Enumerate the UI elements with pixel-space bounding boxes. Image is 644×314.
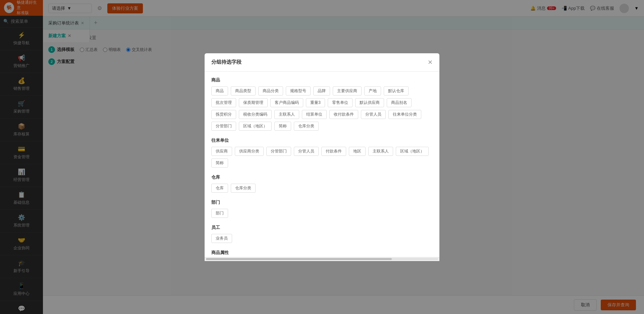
field-tag-区域（地区）[interactable]: 区域（地区） xyxy=(239,122,272,131)
modal-header: 分组待选字段 ✕ xyxy=(205,53,439,72)
field-tag-分管人员[interactable]: 分管人员 xyxy=(294,147,319,156)
field-tag-分管部门[interactable]: 分管部门 xyxy=(211,122,236,131)
modal-horizontal-scrollbar[interactable] xyxy=(205,257,439,261)
field-tag-默认仓库[interactable]: 默认仓库 xyxy=(384,86,409,96)
field-tag-分管人员[interactable]: 分管人员 xyxy=(361,110,386,119)
field-tag-简称[interactable]: 简称 xyxy=(274,122,291,131)
field-tag-区域（地区）[interactable]: 区域（地区） xyxy=(396,147,429,156)
field-grid-department: 部门 xyxy=(211,209,433,218)
field-tag-仓库分类[interactable]: 仓库分类 xyxy=(294,122,319,131)
field-tag-业务员[interactable]: 业务员 xyxy=(211,234,232,243)
field-tag-产地[interactable]: 产地 xyxy=(364,86,381,96)
field-tag-仓库分类[interactable]: 仓库分类 xyxy=(231,184,256,193)
field-tag-地区[interactable]: 地区 xyxy=(349,147,366,156)
field-tag-结算单位[interactable]: 结算单位 xyxy=(302,110,327,119)
section-department: 部门部门 xyxy=(211,199,433,218)
field-grid-employee: 业务员 xyxy=(211,234,433,243)
field-tag-部门[interactable]: 部门 xyxy=(211,209,228,218)
section-title-department: 部门 xyxy=(211,199,433,205)
field-tag-重量3[interactable]: 重量3 xyxy=(306,98,325,107)
field-tag-默认供应商[interactable]: 默认供应商 xyxy=(355,98,384,107)
field-tag-分管部门[interactable]: 分管部门 xyxy=(266,147,291,156)
modal-body: 商品商品商品类型商品分类规格型号品牌主要供应商产地默认仓库批次管理保质期管理客户… xyxy=(205,72,439,257)
field-tag-商品分类[interactable]: 商品分类 xyxy=(258,86,283,96)
modal-dialog: 分组待选字段 ✕ 商品商品商品类型商品分类规格型号品牌主要供应商产地默认仓库批次… xyxy=(205,53,439,261)
field-grid-product: 商品商品类型商品分类规格型号品牌主要供应商产地默认仓库批次管理保质期管理客户商品… xyxy=(211,86,433,131)
section-title-product: 商品 xyxy=(211,77,433,83)
modal-overlay: 分组待选字段 ✕ 商品商品商品类型商品分类规格型号品牌主要供应商产地默认仓库批次… xyxy=(0,0,644,314)
field-tag-客户商品编码[interactable]: 客户商品编码 xyxy=(270,98,303,107)
section-title-employee: 员工 xyxy=(211,225,433,231)
field-tag-供应商[interactable]: 供应商 xyxy=(211,147,232,156)
section-product_attr: 商品属性属性颜色多规格尺码鞋码1 xyxy=(211,250,433,257)
field-tag-零售单位[interactable]: 零售单位 xyxy=(328,98,353,107)
field-tag-收付款条件[interactable]: 收付款条件 xyxy=(329,110,358,119)
modal-close-button[interactable]: ✕ xyxy=(428,59,433,66)
field-tag-品牌[interactable]: 品牌 xyxy=(313,86,330,96)
field-grid-warehouse: 仓库仓库分类 xyxy=(211,184,433,193)
field-tag-主联系人[interactable]: 主联系人 xyxy=(368,147,393,156)
field-grid-partner: 供应商供应商分类分管部门分管人员付款条件地区主联系人区域（地区）简称 xyxy=(211,147,433,168)
section-warehouse: 仓库仓库仓库分类 xyxy=(211,174,433,193)
field-tag-拣货积分[interactable]: 拣货积分 xyxy=(211,110,236,119)
modal-title: 分组待选字段 xyxy=(211,59,241,65)
section-partner: 往来单位供应商供应商分类分管部门分管人员付款条件地区主联系人区域（地区）简称 xyxy=(211,137,433,168)
field-tag-仓库[interactable]: 仓库 xyxy=(211,184,228,193)
scrollbar-thumb xyxy=(206,258,392,260)
field-tag-批次管理[interactable]: 批次管理 xyxy=(211,98,236,107)
section-product: 商品商品商品类型商品分类规格型号品牌主要供应商产地默认仓库批次管理保质期管理客户… xyxy=(211,77,433,131)
scrollbar-track xyxy=(206,258,438,260)
section-employee: 员工业务员 xyxy=(211,225,433,243)
field-tag-付款条件[interactable]: 付款条件 xyxy=(321,147,346,156)
section-title-product_attr: 商品属性 xyxy=(211,250,433,256)
field-tag-简称[interactable]: 简称 xyxy=(211,159,228,168)
field-tag-商品类型[interactable]: 商品类型 xyxy=(231,86,256,96)
field-tag-主要供应商[interactable]: 主要供应商 xyxy=(333,86,362,96)
field-tag-主联系人[interactable]: 主联系人 xyxy=(274,110,299,119)
field-tag-商品[interactable]: 商品 xyxy=(211,86,228,96)
field-tag-保质期管理[interactable]: 保质期管理 xyxy=(239,98,268,107)
field-tag-商品别名[interactable]: 商品别名 xyxy=(387,98,412,107)
section-title-warehouse: 仓库 xyxy=(211,174,433,180)
field-tag-税收分类编码[interactable]: 税收分类编码 xyxy=(239,110,272,119)
section-title-partner: 往来单位 xyxy=(211,137,433,143)
field-tag-往来单位分类[interactable]: 往来单位分类 xyxy=(388,110,421,119)
field-tag-供应商分类[interactable]: 供应商分类 xyxy=(235,147,264,156)
field-tag-规格型号[interactable]: 规格型号 xyxy=(286,86,311,96)
